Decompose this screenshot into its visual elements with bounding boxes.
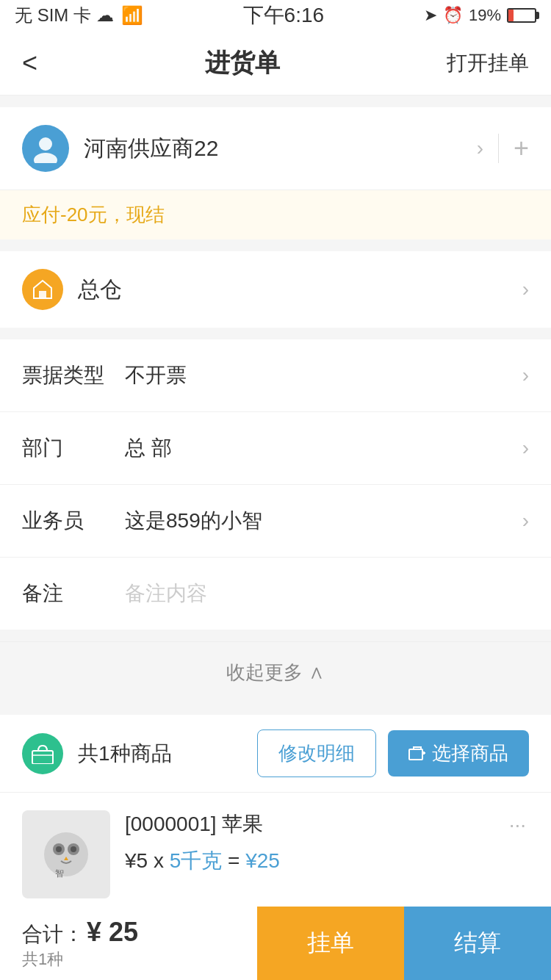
status-right: ➤ ⏰ 19% [424,6,536,25]
svg-rect-3 [32,751,53,764]
svg-rect-4 [409,749,422,760]
svg-text:智: 智 [55,868,64,879]
select-product-button[interactable]: 选择商品 [388,730,529,777]
open-hang-button[interactable]: 打开挂单 [447,49,529,77]
status-left: 无 SIM 卡 ☁ 📶 [15,4,143,27]
total-label: 合计： [22,920,84,948]
bottom-bar: 合计： ¥ 25 共1种 挂单 结算 [0,907,551,980]
main-content: 河南供应商22 › + 应付-20元，现结 总仓 › 票据类型 不开票 › [0,107,551,980]
remark-input[interactable]: 备注内容 [110,580,529,608]
svg-rect-2 [39,291,46,298]
divider [498,134,499,163]
status-time: 下午6:16 [243,1,325,29]
supplier-name: 河南供应商22 [84,134,477,164]
warehouse-icon [22,269,63,310]
product-item: 智 [0000001] 苹果 ¥5 x 5千克 = ¥25 ··· [0,793,551,916]
product-header: 共1种商品 修改明细 选择商品 [0,715,551,793]
product-name: [0000001] 苹果 [125,810,491,838]
add-button[interactable]: + [514,133,529,164]
cart-icon [408,746,426,761]
person-icon [31,134,60,163]
remark-row[interactable]: 备注 备注内容 [0,558,551,630]
page-title: 进货单 [205,46,280,80]
svg-point-10 [56,846,62,852]
home-icon [31,278,54,301]
total-section: 合计： ¥ 25 共1种 [0,907,257,980]
supplier-card: 河南供应商22 › + 应付-20元，现结 [0,107,551,239]
product-icon [22,733,63,774]
product-more-button[interactable]: ··· [506,810,529,840]
product-price: ¥5 x 5千克 = ¥25 [125,847,491,875]
supplier-avatar [22,125,69,172]
svg-point-7 [44,832,88,876]
status-bar: 无 SIM 卡 ☁ 📶 下午6:16 ➤ ⏰ 19% [0,0,551,31]
select-product-label: 选择商品 [432,741,508,766]
back-button[interactable]: < [22,48,37,79]
department-label: 部门 [22,434,110,462]
product-thumbnail: 智 [22,810,110,898]
supplier-row[interactable]: 河南供应商22 › + [0,107,551,190]
total-amount: ¥ 25 [87,917,138,948]
battery-label: 19% [469,6,501,25]
salesperson-value: 这是859的小智 [110,507,522,535]
svg-point-1 [34,153,57,163]
battery-icon [507,8,536,23]
product-count: 共1种商品 [78,740,257,768]
warehouse-chevron-icon: › [522,278,529,301]
invoice-type-row[interactable]: 票据类型 不开票 › [0,339,551,412]
nav-bar: < 进货单 打开挂单 [0,31,551,96]
warehouse-card: 总仓 › [0,251,551,328]
salesperson-row[interactable]: 业务员 这是859的小智 › [0,485,551,558]
remark-label: 备注 [22,580,110,608]
supplier-chevron-icon: › [477,137,483,160]
alarm-icon: ⏰ [443,6,463,25]
salesperson-label: 业务员 [22,507,110,535]
warehouse-row[interactable]: 总仓 › [0,251,551,328]
owl-logo: 智 [40,829,92,880]
edit-detail-button[interactable]: 修改明细 [257,729,376,777]
form-card: 票据类型 不开票 › 部门 总 部 › 业务员 这是859的小智 › 备注 备注… [0,339,551,630]
hang-button[interactable]: 挂单 [257,907,404,980]
svg-point-11 [71,846,76,852]
location-icon: ➤ [424,6,437,25]
department-chevron-icon: › [522,436,529,460]
total-count: 共1种 [22,948,235,970]
sim-label: 无 SIM 卡 ☁ [15,4,114,27]
bag-icon [31,743,54,764]
invoice-type-label: 票据类型 [22,361,110,389]
warehouse-name: 总仓 [78,275,522,305]
product-info: [0000001] 苹果 ¥5 x 5千克 = ¥25 [125,810,491,875]
invoice-chevron-icon: › [522,364,529,387]
department-row[interactable]: 部门 总 部 › [0,412,551,485]
notice-bar: 应付-20元，现结 [0,190,551,239]
invoice-type-value: 不开票 [110,361,522,389]
svg-point-0 [39,137,52,151]
salesperson-chevron-icon: › [522,509,529,533]
collapse-button[interactable]: 收起更多 ∧ [0,641,551,703]
wifi-icon: 📶 [121,5,143,26]
product-card: 共1种商品 修改明细 选择商品 [0,715,551,916]
department-value: 总 部 [110,434,522,462]
checkout-button[interactable]: 结算 [404,907,551,980]
